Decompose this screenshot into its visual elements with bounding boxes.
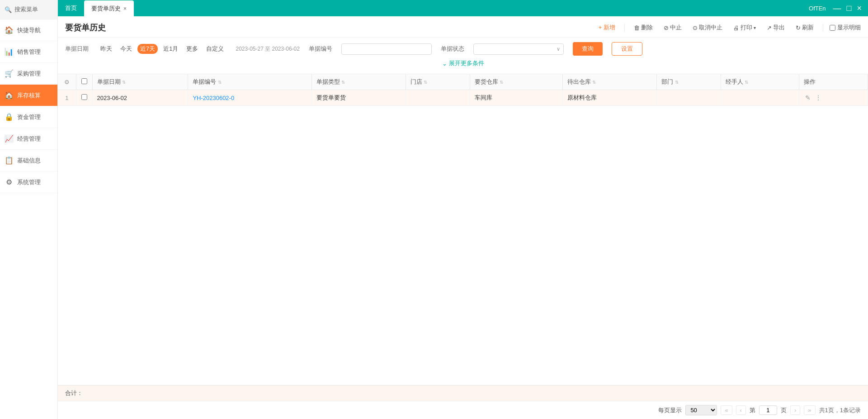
filter-area: 单据日期 昨天 今天 近7天 近1月 更多 自定义 2023-05-27 至 2… <box>58 38 868 74</box>
doc-number-input[interactable] <box>341 43 432 55</box>
cancel-stop-button[interactable]: ⊙ 取消中止 <box>690 22 725 33</box>
date-btn-custom[interactable]: 自定义 <box>203 44 226 54</box>
doc-number-label: 单据编号 <box>309 45 332 53</box>
cancel-stop-icon: ⊙ <box>693 24 698 31</box>
new-button[interactable]: + 新增 <box>596 22 618 33</box>
row-doc-date: 2023-06-02 <box>92 90 188 106</box>
tab-home[interactable]: 首页 <box>58 0 84 16</box>
header-actions: + 新增 🗑 删除 ⊘ 中止 ⊙ 取消中止 🖨 打印 ▾ <box>596 22 861 33</box>
home-icon: 🏠 <box>5 26 14 34</box>
top-bar-right: OfTEn — □ × <box>809 4 868 13</box>
row-edit-icon[interactable]: ✎ <box>804 94 812 101</box>
sidebar-item-finance[interactable]: 🔒 资金管理 <box>0 106 57 128</box>
refresh-icon: ↻ <box>796 24 801 31</box>
summary-bar: 合计： <box>58 385 868 401</box>
col-doc-number-label: 单据编号 <box>193 78 216 85</box>
sidebar-search[interactable]: 🔍 搜索菜单 <box>0 0 57 19</box>
date-btn-7days[interactable]: 近7天 <box>137 44 158 54</box>
print-dropdown-icon: ▾ <box>754 25 756 30</box>
doc-status-select[interactable] <box>473 43 564 55</box>
settings-button[interactable]: 设置 <box>612 42 642 56</box>
sidebar-item-basic-info[interactable]: 📋 基础信息 <box>0 150 57 171</box>
sidebar-item-sales[interactable]: 📊 销售管理 <box>0 41 57 63</box>
sidebar-item-inventory[interactable]: 🏠 库存核算 <box>0 85 57 106</box>
stop-button[interactable]: ⊘ 中止 <box>661 22 684 33</box>
refresh-button[interactable]: ↻ 刷新 <box>793 22 816 33</box>
search-button[interactable]: 查询 <box>573 42 603 56</box>
date-range-display: 2023-05-27 至 2023-06-02 <box>236 45 299 53</box>
row-handler <box>721 90 799 106</box>
divider-1 <box>624 24 625 31</box>
per-page-label: 每页显示 <box>658 406 682 414</box>
export-icon: ↗ <box>767 24 772 31</box>
tab-current[interactable]: 要货单历史 × <box>84 0 134 17</box>
row-more-icon[interactable]: ⋮ <box>814 94 823 101</box>
per-page-select[interactable]: 50 100 200 <box>685 405 717 415</box>
sort-doc-date-icon[interactable]: ⇅ <box>122 80 126 85</box>
date-btn-today[interactable]: 今天 <box>118 44 135 54</box>
sidebar-item-operations[interactable]: 📈 经营管理 <box>0 128 57 150</box>
first-page-button[interactable]: « <box>721 405 732 415</box>
minimize-button[interactable]: — <box>831 4 843 13</box>
print-button[interactable]: 🖨 打印 ▾ <box>731 22 759 33</box>
last-page-button[interactable]: » <box>804 405 815 415</box>
page-label: 第 <box>750 406 755 414</box>
col-store-label: 门店 <box>410 78 422 85</box>
stop-label: 中止 <box>670 24 682 32</box>
sort-store-icon[interactable]: ⇅ <box>424 80 427 85</box>
page-unit: 页 <box>781 406 787 414</box>
select-all-checkbox[interactable] <box>81 78 87 84</box>
sort-req-warehouse-icon[interactable]: ⇅ <box>500 80 503 85</box>
display-detail-checkbox[interactable] <box>830 25 835 31</box>
col-doc-type: 单据类型 ⇅ <box>311 74 406 90</box>
row-checkbox[interactable] <box>81 94 87 100</box>
date-btn-more[interactable]: 更多 <box>184 44 201 54</box>
chart-icon: 📊 <box>5 48 14 56</box>
delete-button[interactable]: 🗑 删除 <box>631 22 656 33</box>
sidebar-item-system[interactable]: ⚙ 系统管理 <box>0 171 57 193</box>
cancel-stop-label: 取消中止 <box>699 24 722 32</box>
sidebar-item-quick-nav[interactable]: 🏠 快捷导航 <box>0 19 57 41</box>
sort-dept-icon[interactable]: ⇅ <box>675 80 679 85</box>
col-dept-label: 部门 <box>661 78 673 85</box>
brand-label: OfTEn <box>809 5 826 12</box>
col-pending-warehouse-label: 待出仓库 <box>567 78 591 85</box>
row-store <box>406 90 470 106</box>
sidebar-item-label: 采购管理 <box>17 70 41 78</box>
tab-close-icon[interactable]: × <box>123 5 127 12</box>
maximize-button[interactable]: □ <box>845 4 854 13</box>
row-req-warehouse: 车间库 <box>470 90 562 106</box>
col-settings[interactable]: ⚙ <box>58 74 76 90</box>
date-btn-1month[interactable]: 近1月 <box>160 44 181 54</box>
row-checkbox-cell <box>76 90 92 106</box>
sort-doc-type-icon[interactable]: ⇅ <box>341 80 345 85</box>
search-icon: 🔍 <box>5 6 12 13</box>
export-label: 导出 <box>773 24 785 32</box>
stop-icon: ⊘ <box>664 24 669 31</box>
col-operation-label: 操作 <box>804 78 816 85</box>
main-area: 首页 要货单历史 × OfTEn — □ × 要货单历史 + 新增 🗑 删除 <box>58 0 868 419</box>
sort-pending-warehouse-icon[interactable]: ⇅ <box>592 80 596 85</box>
row-doc-type: 要货单要货 <box>311 90 406 106</box>
total-info: 共1页，1条记录 <box>819 406 861 414</box>
date-btn-yesterday[interactable]: 昨天 <box>98 44 115 54</box>
next-page-button[interactable]: › <box>790 405 800 415</box>
expand-button[interactable]: ⌄ 展开更多条件 <box>439 57 488 69</box>
doc-status-label: 单据状态 <box>441 45 464 53</box>
prev-page-button[interactable]: ‹ <box>736 405 746 415</box>
sort-handler-icon[interactable]: ⇅ <box>745 80 748 85</box>
sidebar-item-label: 库存核算 <box>17 91 41 100</box>
export-button[interactable]: ↗ 导出 <box>764 22 788 33</box>
col-dept: 部门 ⇅ <box>656 74 721 90</box>
display-detail-toggle[interactable]: 显示明细 <box>830 24 861 32</box>
delete-label: 删除 <box>641 24 653 32</box>
sort-doc-number-icon[interactable]: ⇅ <box>218 80 222 85</box>
close-button[interactable]: × <box>855 4 863 13</box>
col-req-warehouse-label: 要货仓库 <box>475 78 498 85</box>
row-doc-number[interactable]: YH-20230602-0 <box>188 90 311 106</box>
display-detail-label: 显示明细 <box>837 24 861 32</box>
table-header: ⚙ 单据日期 ⇅ 单据编号 ⇅ 单据类型 <box>58 74 868 90</box>
page-number-input[interactable] <box>759 405 777 415</box>
sidebar-item-purchase[interactable]: 🛒 采购管理 <box>0 63 57 85</box>
col-doc-date: 单据日期 ⇅ <box>92 74 188 90</box>
